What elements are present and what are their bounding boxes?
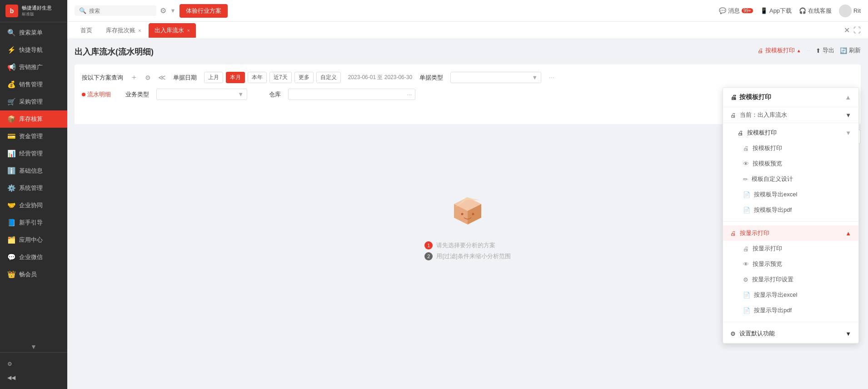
filter-add-icon[interactable]: ＋ [130,73,138,82]
avatar [839,5,852,17]
export-icon: ⬆ [816,47,821,54]
separator: ··· [807,48,810,53]
customer-service-label: 在线客服 [808,7,832,15]
dropdown-item-template-pdf[interactable]: 📄 按模板导出pdf [723,202,858,218]
topbar-dropdown-icon[interactable]: ▼ [170,7,176,14]
sidebar-collapse[interactable]: ◀◀ [0,371,67,384]
date-btn-last-7[interactable]: 近7天 [269,72,292,83]
sidebar-item-sales[interactable]: 💰 销售管理 [0,76,67,93]
tab-close-window[interactable]: ✕ [844,26,850,35]
refresh-icon: 🔄 [840,47,847,54]
sidebar-item-finance[interactable]: 💳 资金管理 [0,128,67,145]
template-print-header[interactable]: 🖨 按模板打印 ▼ [723,125,858,140]
tab-maximize[interactable]: ⛶ [853,26,861,35]
scroll-down-button[interactable]: ▼ [30,343,37,350]
tab-label: 库存批次账 [106,26,135,35]
sidebar-item-inventory[interactable]: 📦 库存核算 [0,110,67,128]
sales-icon: 💰 [7,80,15,89]
topbar-settings-icon[interactable]: ⚙ [160,6,166,15]
date-btn-more[interactable]: 更多 [294,72,314,83]
print-template-button[interactable]: 🖨 按模板打印 ▲ [758,46,801,55]
printer-icon: 🖨 [758,47,763,54]
dropdown-item-display-pdf[interactable]: 📄 按显示导出pdf [723,303,858,318]
dropdown-item-display-preview[interactable]: 👁 按显示预览 [723,256,858,272]
tab-inventory-batch[interactable]: 库存批次账 × [100,23,147,38]
excel-icon: 📄 [743,191,750,198]
content-area: 出入库流水(流水明细) 🖨 按模板打印 ▲ ··· ⬆ 导出 🔄 刷新 [67,39,868,389]
filter-settings-icon[interactable]: ⚙ [145,74,151,81]
sidebar-settings[interactable]: ⚙ [0,357,67,371]
app-download-button[interactable]: 📱 App下载 [760,7,792,15]
sidebar-item-app-center[interactable]: 🗂️ 应用中心 [0,231,67,249]
dropdown-chevron-up[interactable]: ▲ [845,94,851,101]
empty-step-1: 1 请先选择要分析的方案 [424,241,510,249]
dropdown-item-display-excel[interactable]: 📄 按显示导出excel [723,287,858,303]
sidebar-item-cooperation[interactable]: 🤝 企业协同 [0,197,67,214]
doc-type-select[interactable] [450,72,541,83]
date-btn-custom[interactable]: 自定义 [316,72,341,83]
topbar-search-box[interactable]: 🔍 [75,5,156,16]
search-input[interactable] [89,8,144,14]
sidebar-item-operations[interactable]: 📊 经营管理 [0,145,67,162]
empty-icon [445,186,490,231]
tab-close-flow-detail[interactable]: × [187,28,190,33]
preview-icon: 👁 [743,261,749,268]
user-avatar-area[interactable]: Rit [839,5,861,17]
dropdown-item-display-print[interactable]: 🖨 按显示打印 [723,241,858,256]
collapse-icon: ◀◀ [7,374,15,381]
sidebar-bottom: ⚙ ◀◀ [0,352,67,389]
item-label: 按显示导出pdf [754,306,792,314]
tab-close-inventory-batch[interactable]: × [138,28,141,33]
dropdown-item-template-excel[interactable]: 📄 按模板导出excel [723,187,858,202]
message-button[interactable]: 💬 消息 99+ [719,7,753,15]
warehouse-label: 仓库 [269,90,281,99]
date-btn-current-month[interactable]: 本月 [226,72,245,83]
business-type-select[interactable] [156,89,247,100]
warehouse-input[interactable] [288,89,415,100]
current-template-chevron[interactable]: ▼ [845,112,851,119]
default-settings-header[interactable]: ⚙ 设置默认功能 ▼ [723,326,858,341]
sidebar-item-system[interactable]: ⚙️ 系统管理 [0,180,67,197]
dropdown-item-template-preview[interactable]: 👁 按模板预览 [723,156,858,171]
sidebar-item-wechat[interactable]: 💬 企业微信 [0,249,67,266]
date-btn-current-year[interactable]: 本年 [248,72,267,83]
sidebar-item-label: 企业微信 [19,253,43,261]
guide-icon: 📘 [7,219,15,227]
sidebar-item-basic-info[interactable]: ℹ️ 基础信息 [0,162,67,180]
dropdown-divider-2 [723,322,858,322]
topbar: 🔍 ⚙ ▼ 体验行业方案 💬 消息 99+ 📱 App下载 🎧 [67,0,868,22]
filter-collapse-icon[interactable]: ≪ [158,73,166,82]
export-button[interactable]: ⬆ 导出 [816,46,834,55]
warehouse-more-icon[interactable]: ··· [407,91,412,98]
sidebar-scroll-down[interactable]: ▼ [0,341,67,352]
sidebar-item-guide[interactable]: 📘 新手引导 [0,214,67,231]
refresh-button[interactable]: 🔄 刷新 [840,46,861,55]
dropdown-item-template-custom[interactable]: ✏ 模板自定义设计 [723,171,858,187]
trial-button[interactable]: 体验行业方案 [180,4,228,18]
date-btn-last-month[interactable]: 上月 [204,72,223,83]
dropdown-header-content: 🖨 按模板打印 [730,93,771,101]
tabbar: 首页 库存批次账 × 出入库流水 × ✕ ⛶ [67,22,868,39]
customer-service-button[interactable]: 🎧 在线客服 [799,7,832,15]
dropdown-item-template-print[interactable]: 🖨 按模板打印 [723,140,858,156]
sidebar-item-search[interactable]: 🔍 搜索菜单 [0,24,67,41]
sidebar-item-label: 企业协同 [19,201,43,209]
tab-flow-detail[interactable]: 出入库流水 × [149,23,195,38]
settings-icon: ⚙ [743,276,748,283]
tab-home[interactable]: 首页 [75,23,98,38]
sidebar-item-marketing[interactable]: 📢 营销推广 [0,59,67,76]
flow-detail-tag[interactable]: 流水明细 [82,90,111,99]
doc-type-more-icon[interactable]: ··· [549,74,554,82]
dropdown-item-display-settings[interactable]: ⚙ 按显示打印设置 [723,272,858,287]
warehouse-select-wrapper: ··· [288,89,415,100]
sidebar-item-label: 搜索菜单 [19,29,43,37]
sidebar-item-member[interactable]: 👑 畅会员 [0,266,67,283]
finance-icon: 💳 [7,132,15,140]
sidebar-item-quick-nav[interactable]: ⚡ 快捷导航 [0,41,67,59]
inventory-icon: 📦 [7,115,15,123]
sidebar-item-purchase[interactable]: 🛒 采购管理 [0,93,67,110]
app-download-icon: 📱 [760,7,768,14]
display-print-header[interactable]: 🖨 按显示打印 ▲ [723,225,858,241]
logo-icon: b [5,5,18,17]
business-type-select-wrapper: ▼ [156,89,247,100]
